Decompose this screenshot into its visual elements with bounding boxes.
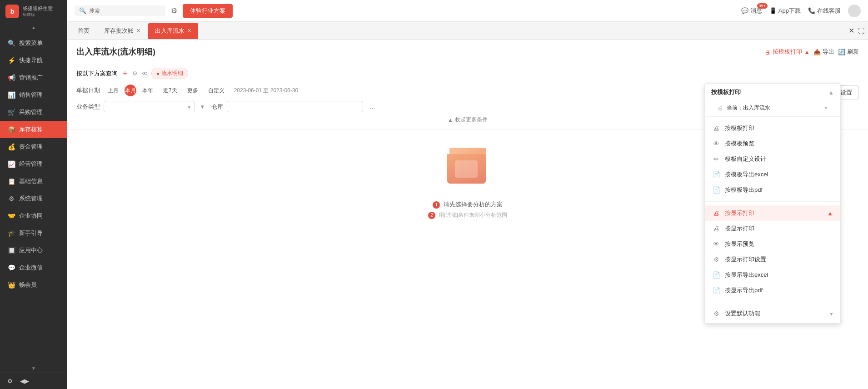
- sidebar-item-search-menu[interactable]: 🔍 搜索菜单: [0, 35, 67, 52]
- logo-text: 畅捷通好生意: [23, 5, 53, 11]
- date-this-year[interactable]: 本年: [138, 85, 157, 96]
- sidebar-scroll-down[interactable]: ▼: [0, 364, 67, 373]
- filter-add-btn[interactable]: ＋: [121, 69, 129, 78]
- date-this-month[interactable]: 本月: [125, 85, 136, 96]
- sidebar-item-member[interactable]: 👑 畅会员: [0, 276, 67, 294]
- dropdown-item-template-print[interactable]: 🖨 按模板打印: [705, 120, 840, 136]
- tab-inout-flow-label: 出入库流水: [155, 27, 185, 35]
- dropdown-item-label: 按模板导出pdf: [725, 186, 763, 194]
- dropdown-item-template-customize[interactable]: ✏ 模板自定义设计: [705, 151, 840, 167]
- tab-close-all-icon[interactable]: ✕: [848, 26, 854, 35]
- page-header-right: 🖨 按模板打印 ▲ 📤 导出 🔄 刷新: [765, 48, 859, 56]
- empty-state: 1 请先选择要分析的方案 2 用[过滤]条件来缩小分析范围: [428, 148, 507, 219]
- dropdown-item-display-pdf[interactable]: 📄 按显示导出pdf: [705, 283, 840, 298]
- trial-btn[interactable]: 体验行业方案: [183, 4, 233, 18]
- display-excel-icon: 📄: [712, 271, 720, 279]
- sidebar-item-sales[interactable]: 📊 销售管理: [0, 86, 67, 104]
- dropdown-item-display-excel[interactable]: 📄 按显示导出excel: [705, 267, 840, 283]
- dropdown-item-display-group-header[interactable]: 🖨 按显示打印 ▲: [705, 205, 840, 221]
- filter-date-item: 单据日期 上月 本月 本年 近7天 更多 自定义 2023-06-01 至 20…: [76, 85, 298, 96]
- page-title: 出入库流水(流水明细): [76, 46, 155, 57]
- display-preview-icon: 👁: [712, 240, 720, 248]
- dropdown-item-display-print-settings[interactable]: ⚙ 按显示打印设置: [705, 252, 840, 267]
- tab-inout-flow[interactable]: 出入库流水 ✕: [148, 23, 198, 39]
- sidebar-item-guide[interactable]: 🎓 新手引导: [0, 224, 67, 242]
- filter-label: 按以下方案查询: [76, 70, 118, 78]
- purchase-icon: 🛒: [7, 109, 15, 116]
- export-btn[interactable]: 📤 导出: [813, 48, 834, 56]
- search-input[interactable]: [89, 8, 153, 14]
- date-7days[interactable]: 近7天: [159, 85, 181, 96]
- date-more[interactable]: 更多: [183, 85, 202, 96]
- date-custom[interactable]: 自定义: [204, 85, 229, 96]
- template-print-btn[interactable]: 🖨 按模板打印 ▲: [765, 48, 810, 56]
- message-btn[interactable]: 💬 消息 99+: [741, 7, 762, 15]
- dropdown-item-template-pdf[interactable]: 📄 按模板导出pdf: [705, 182, 840, 198]
- dropdown-item-template-excel[interactable]: 📄 按模板导出excel: [705, 167, 840, 182]
- dropdown-item-label: 按显示打印: [725, 224, 754, 233]
- user-avatar[interactable]: [848, 5, 861, 17]
- business-more-btn[interactable]: ▾: [201, 103, 204, 110]
- template-print-chevron: ▲: [804, 49, 810, 55]
- sidebar-item-quick-nav[interactable]: ⚡ 快捷导航: [0, 52, 67, 69]
- sidebar-item-label: 企业协同: [19, 212, 43, 220]
- online-service-btn[interactable]: 📞 在线客服: [808, 7, 841, 15]
- filter-tag-label: 流水明细: [161, 70, 183, 77]
- dropdown-item-display-preview[interactable]: 👁 按显示预览: [705, 236, 840, 252]
- tab-expand-icon[interactable]: ⛶: [858, 27, 864, 35]
- tab-home[interactable]: 首页: [71, 23, 96, 39]
- refresh-btn[interactable]: 🔄 刷新: [838, 48, 859, 56]
- sidebar-item-finance[interactable]: 💰 资金管理: [0, 138, 67, 155]
- business-select[interactable]: [104, 101, 195, 112]
- dropdown-item-set-default[interactable]: ⚙ 设置默认功能 ▾: [705, 306, 840, 321]
- sidebar-item-system[interactable]: ⚙ 系统管理: [0, 190, 67, 207]
- current-arrow: ▾: [825, 105, 828, 111]
- tab-inventory-batch[interactable]: 库存批次账 ✕: [97, 23, 147, 39]
- sidebar-item-operations[interactable]: 📈 经营管理: [0, 155, 67, 173]
- settings-footer-icon[interactable]: ⚙: [7, 378, 13, 384]
- warehouse-field: 仓库 …: [211, 101, 375, 112]
- template-pdf-icon: 📄: [712, 186, 720, 194]
- sidebar-item-purchase[interactable]: 🛒 采购管理: [0, 104, 67, 121]
- tab-inout-flow-close[interactable]: ✕: [187, 28, 191, 34]
- sidebar-item-app-center[interactable]: 🔲 应用中心: [0, 242, 67, 259]
- dropdown-item-display-print[interactable]: 🖨 按显示打印: [705, 221, 840, 236]
- dropdown-collapse-icon[interactable]: ▲: [828, 89, 834, 96]
- business-select-wrapper: [104, 101, 195, 112]
- message-badge: 99+: [757, 3, 768, 9]
- tab-inventory-batch-label: 库存批次账: [104, 27, 134, 35]
- dropdown-item-label: 按显示导出excel: [725, 271, 768, 279]
- date-options: 上月 本月 本年 近7天 更多 自定义: [104, 85, 229, 96]
- search-menu-icon: 🔍: [7, 40, 15, 47]
- app-download-btn[interactable]: 📱 App下载: [769, 7, 801, 15]
- display-settings-icon: ⚙: [712, 256, 720, 263]
- date-last-month[interactable]: 上月: [104, 85, 123, 96]
- set-default-icon: ⚙: [712, 310, 720, 317]
- dropdown-item-template-preview[interactable]: 👁 按模板预览: [705, 136, 840, 151]
- sidebar-item-label: 搜索菜单: [19, 39, 43, 47]
- date-range: 2023-06-01 至 2023-06-30: [234, 87, 298, 95]
- sidebar-item-label: 库存核算: [19, 125, 43, 134]
- header-gear-icon[interactable]: ⚙: [171, 6, 177, 15]
- dropdown-header: 按模板打印 ▲: [705, 84, 840, 101]
- tab-inventory-batch-close[interactable]: ✕: [136, 28, 140, 34]
- collapse-btn[interactable]: ▲ 收起更多条件: [448, 116, 488, 124]
- template-print-dropdown: 按模板打印 ▲ 🖨 当前：出入库流水 ▾ 🖨 按模板打印 👁 按模板预览: [704, 83, 841, 324]
- warehouse-more-btn[interactable]: …: [369, 103, 375, 110]
- filter-collapse-icon[interactable]: ≪: [141, 70, 148, 77]
- sidebar-scroll-up[interactable]: ▲: [0, 23, 67, 32]
- tab-home-label: 首页: [78, 27, 90, 35]
- empty-hint-1: 1 请先选择要分析的方案: [428, 200, 507, 209]
- display-print-icon: 🖨: [712, 225, 720, 232]
- sidebar-item-inventory[interactable]: 📦 库存核算: [0, 121, 67, 138]
- top-header: 🔍 ⚙ 体验行业方案 💬 消息 99+ 📱 App下载 📞 在线客服: [67, 0, 868, 22]
- sidebar-item-marketing[interactable]: 📢 营销推广: [0, 69, 67, 86]
- sidebar-item-enterprise[interactable]: 🤝 企业协同: [0, 207, 67, 224]
- sidebar-item-basics[interactable]: 📋 基础信息: [0, 173, 67, 190]
- filter-settings-icon[interactable]: ⚙: [132, 70, 138, 77]
- warehouse-input[interactable]: [227, 101, 363, 112]
- template-preview-icon: 👁: [712, 140, 720, 147]
- sidebar-item-wechat[interactable]: 💬 企业微信: [0, 259, 67, 276]
- dropdown-item-label: 按显示打印设置: [725, 255, 766, 264]
- toggle-sidebar-icon[interactable]: ◀▶: [20, 378, 29, 384]
